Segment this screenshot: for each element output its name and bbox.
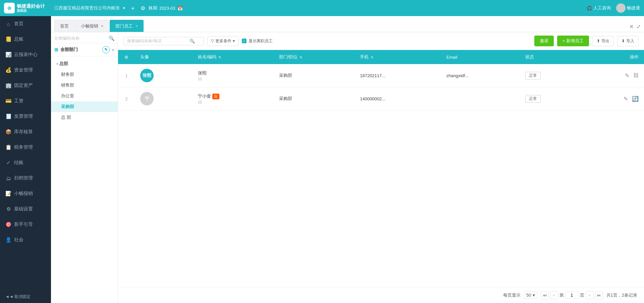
pin-toggle[interactable]: ◄◄ 取消固定 [0, 290, 51, 303]
sidebar-item-assets[interactable]: 🏢 固定资产 [0, 78, 51, 93]
sidebar-label-home: 首页 [14, 21, 23, 27]
dept-node-head[interactable]: ▾ 总部 [51, 58, 118, 69]
settings-icon[interactable]: ⚙ [141, 5, 145, 11]
sidebar-label-invoice: 发票管理 [14, 113, 33, 119]
top-header: 会 畅捷通好会计 旗舰版 江西服宝精品有限责任公司内账张 ▾ ＋ ⚙ 账期 20… [0, 0, 644, 16]
dept-name-sales: 销售部 [61, 82, 74, 88]
col-email-header: Email [441, 50, 520, 64]
support-label: 人工咨询 [593, 5, 611, 11]
sidebar-item-settings[interactable]: ⚙ 基础设置 [0, 201, 51, 217]
import-button[interactable]: ⬇ 导入 [617, 36, 639, 46]
dept-edit-button[interactable]: ✎ [102, 46, 110, 53]
show-resigned-area[interactable]: ✓ 显示离职员工 [242, 38, 273, 44]
sidebar-label-salary: 工资 [14, 98, 23, 104]
dept-search-area: 🔍 [51, 32, 118, 43]
tab-home-label: 首页 [60, 23, 69, 29]
tab-expense[interactable]: 小畅报销 × [75, 20, 109, 32]
add-employee-button[interactable]: + 新增员工 [557, 36, 589, 46]
link-icon[interactable]: 🔄 [632, 96, 639, 102]
prev-page-button[interactable]: ‹ [550, 291, 558, 299]
employee-search-input[interactable] [127, 39, 187, 43]
row-dept: 采购部 [274, 64, 355, 87]
sidebar-item-reports[interactable]: 📊 云报表中心 [0, 47, 51, 62]
col-settings[interactable]: ⚙ [118, 50, 135, 64]
tab-expense-label: 小畅报销 [81, 23, 98, 29]
per-page-select[interactable]: 50 ▾ [524, 292, 537, 299]
user-area[interactable]: 畅捷通 [616, 3, 640, 13]
sidebar-item-salary[interactable]: 💳 工资 [0, 93, 51, 109]
funds-icon: 💰 [5, 67, 11, 73]
dept-node-general[interactable]: 总 部 [51, 112, 118, 123]
sidebar-item-inventory[interactable]: 📦 库存核算 [0, 124, 51, 140]
sidebar-item-settlement[interactable]: ✓ 结账 [0, 155, 51, 170]
dept-node-sales[interactable]: 销售部 [51, 80, 118, 91]
more-icon: 👤 [5, 237, 11, 243]
row-status: 正常 [520, 64, 582, 87]
dept-all-departments[interactable]: ⊞ 全部部门 ✎ « [51, 43, 118, 56]
next-page-button[interactable]: › [586, 291, 594, 299]
tab-department[interactable]: 部门员工 × [110, 20, 144, 32]
filter-dropdown-icon: ▾ [233, 39, 235, 43]
edit-icon[interactable]: ✎ [624, 96, 628, 102]
dept-node-purchase[interactable]: 采购部 [51, 101, 118, 112]
col-dept-header[interactable]: 部门/职位 ⇅ [274, 50, 355, 64]
dept-search-input[interactable] [54, 36, 109, 41]
dept-node-finance[interactable]: 财务部 [51, 69, 118, 80]
user-name: 畅捷通 [627, 5, 640, 11]
support-button[interactable]: 🎧 人工咨询 [587, 5, 611, 11]
tab-department-close[interactable]: × [136, 24, 138, 29]
table-row: 1 张熙 张熙 11 采购部 187202117... zhangxidf...… [118, 64, 644, 87]
show-resigned-checkbox[interactable]: ✓ [242, 39, 247, 43]
sidebar-item-ledger[interactable]: 📒 总账 [0, 32, 51, 47]
tab-expense-close[interactable]: × [101, 24, 103, 29]
sidebar-label-funds: 资金管理 [14, 67, 33, 73]
sidebar-item-tax[interactable]: 📋 税务管理 [0, 140, 51, 155]
table-row: 2 宁 宁小壹应 12 采购部 140000002... 正常 ✎ 🔄 [118, 87, 644, 110]
col-status-header: 状态 [520, 50, 582, 64]
more-filter-button[interactable]: ▽ 更多条件 ▾ [207, 36, 238, 46]
invoice-icon: 🧾 [5, 113, 11, 119]
export-button[interactable]: ⬆ 导出 [592, 36, 614, 46]
page-input[interactable] [565, 292, 579, 299]
col-phone-header[interactable]: 手机 ⇅ [355, 50, 441, 64]
dept-search-icon[interactable]: 🔍 [109, 36, 114, 41]
inventory-icon: 📦 [5, 129, 11, 135]
col-name-header[interactable]: 姓名/编码 ⇅ [193, 50, 274, 64]
row-email [441, 87, 520, 110]
tab-home[interactable]: 首页 [54, 20, 74, 32]
dept-collapse-button[interactable]: « [112, 47, 114, 52]
calendar-icon[interactable]: 📅 [177, 6, 183, 11]
invite-button[interactable]: 邀请 [534, 36, 554, 46]
dept-tree: ▾ 总部 财务部 销售部 办公室 采购部 [51, 56, 118, 303]
sidebar-item-home[interactable]: ⌂ 首页 [0, 16, 51, 32]
add-tab-button[interactable]: ＋ [128, 4, 137, 12]
dept-name-finance: 财务部 [61, 71, 74, 78]
dept-node-office[interactable]: 办公室 [51, 91, 118, 101]
last-page-button[interactable]: ⏭ [595, 291, 603, 299]
company-name[interactable]: 江西服宝精品有限责任公司内账张 [54, 5, 120, 11]
first-page-button[interactable]: ⏮ [541, 291, 549, 299]
logo-icon: 会 [4, 3, 15, 13]
sidebar-item-archive[interactable]: 🗂 归档管理 [0, 170, 51, 186]
maximize-icon[interactable]: ⤢ [636, 23, 641, 30]
tab-department-label: 部门员工 [115, 23, 133, 29]
close-window-icon[interactable]: ✕ [629, 23, 634, 30]
company-dropdown-icon[interactable]: ▾ [123, 6, 125, 10]
sidebar-item-funds[interactable]: 💰 资金管理 [0, 62, 51, 78]
sidebar-label-archive: 归档管理 [14, 175, 33, 181]
dept-name-purchase: 采购部 [61, 104, 74, 110]
row-avatar: 张熙 [135, 64, 193, 87]
employee-search-icon[interactable]: 🔍 [190, 39, 195, 44]
period-value[interactable]: 2023-03 [159, 6, 175, 11]
settlement-icon: ✓ [5, 160, 11, 166]
col-avatar-header: 头像 [135, 50, 193, 64]
ledger-icon: 📒 [5, 36, 11, 42]
sidebar-item-guide[interactable]: 🎯 新手引导 [0, 217, 51, 232]
dept-header-actions: ✎ « [102, 46, 114, 53]
reports-icon: 📊 [5, 52, 11, 58]
sidebar-item-more[interactable]: 👤 社会 [0, 232, 51, 248]
edit-icon[interactable]: ✎ [625, 72, 629, 79]
sidebar-item-expense[interactable]: 📝 小畅报销 [0, 186, 51, 201]
sidebar-item-invoice[interactable]: 🧾 发票管理 [0, 109, 51, 124]
link-icon[interactable]: ⛓ [633, 72, 639, 79]
